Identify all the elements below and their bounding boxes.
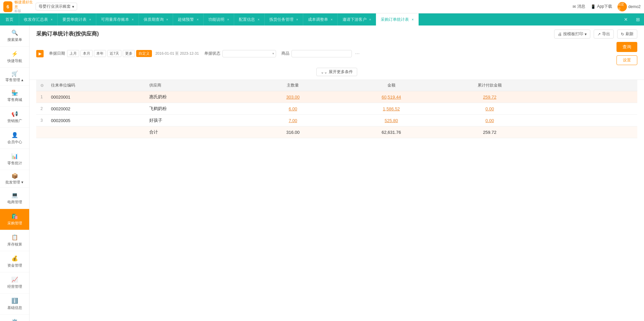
row-qty[interactable]: 6.00	[244, 103, 342, 115]
close-tab-cost-adjust[interactable]: ×	[331, 18, 333, 21]
sidebar-item-purchase[interactable]: 🛍️ 采购管理	[0, 209, 29, 230]
close-tab-requisition[interactable]: ×	[89, 18, 91, 21]
footer-extra	[539, 126, 637, 138]
tab-overstock[interactable]: 超储预警 ×	[173, 13, 204, 25]
row-supplier: 惠氏奶粉	[145, 91, 244, 103]
sidebar-item-finance[interactable]: 💰 资金管理	[0, 251, 29, 272]
nav-tab-end: ✕ ⊞	[620, 13, 644, 25]
col-header-supplier: 供应商	[145, 80, 244, 91]
date-btn-custom[interactable]: 自定义	[136, 50, 152, 57]
goods-more-btn[interactable]: ···	[354, 51, 361, 57]
footer-summary-label: 合计	[145, 126, 244, 138]
close-tab-pick-task[interactable]: ×	[296, 18, 298, 21]
export-button[interactable]: ↗ 导出	[594, 30, 614, 39]
tab-purchase-summary[interactable]: 采购订单统计表 ×	[376, 13, 419, 25]
ops-icon: 📈	[11, 276, 18, 283]
row-paid[interactable]: 0.00	[440, 103, 539, 115]
sidebar-item-inventory[interactable]: 📋 库存核算	[0, 230, 29, 251]
filter-toggle-btn[interactable]: ▶	[36, 50, 44, 57]
tab-requisition[interactable]: 要货单统计表 ×	[58, 13, 96, 25]
tab-cost-adjust[interactable]: 成本调整单 ×	[303, 13, 338, 25]
date-filter-item: 单据日期 上月 本月 本年 近7天 更多 自定义 2016-01-01 至 20…	[49, 50, 199, 57]
close-tab-func-desc[interactable]: ×	[227, 18, 229, 21]
row-amount[interactable]: 60,519.44	[342, 91, 440, 103]
row-qty[interactable]: 303.00	[244, 91, 342, 103]
sidebar-item-member[interactable]: 👤 会员中心	[0, 128, 29, 149]
sidebar-item-quick-nav[interactable]: ⚡ 快捷导航	[0, 47, 29, 68]
page-header-actions: 🖨 按模板打印 ▾ ↗ 导出 ↻ 刷新	[554, 30, 637, 39]
tab-config[interactable]: 配置信息 ×	[234, 13, 265, 25]
retail-stat-icon: 📊	[11, 153, 18, 159]
close-tab-purchase-summary[interactable]: ×	[412, 18, 414, 21]
tab-expire-check[interactable]: 保质期查询 ×	[139, 13, 173, 25]
date-btn-more[interactable]: 更多	[123, 50, 135, 57]
date-btn-7days[interactable]: 近7天	[107, 50, 121, 57]
sidebar-item-retail-stat[interactable]: 📊 零售统计	[0, 149, 29, 170]
print-chevron-icon: ▾	[585, 32, 587, 37]
status-select-wrap	[222, 50, 276, 57]
close-all-tabs-button[interactable]: ✕	[620, 13, 632, 25]
tab-func-desc[interactable]: 功能说明 ×	[204, 13, 234, 25]
status-select[interactable]	[222, 50, 276, 57]
sidebar-item-wholesale[interactable]: 📦 批发管理 ▼	[0, 170, 29, 188]
date-btn-this-year[interactable]: 本年	[94, 50, 106, 57]
settings-button[interactable]: 设置	[616, 55, 637, 65]
row-unit-code: 00020001	[47, 91, 145, 103]
close-tab-invite-downstream[interactable]: ×	[369, 18, 371, 21]
date-btn-this-month[interactable]: 本月	[80, 50, 93, 57]
sidebar-item-system[interactable]: ⚙️ 系统管理	[0, 315, 29, 321]
expand-more-btn[interactable]: ⌄⌄ 展开更多条件	[316, 68, 357, 76]
close-tab-overstock[interactable]: ×	[197, 18, 199, 21]
goods-input[interactable]	[291, 50, 352, 57]
sidebar-item-retail[interactable]: 🛒 零售管理 ▲	[0, 68, 29, 86]
close-tab-sfsummary[interactable]: ×	[51, 18, 53, 21]
user-action[interactable]: 自定义 demo2	[618, 2, 641, 11]
row-qty[interactable]: 7.00	[244, 115, 342, 126]
close-tab-config[interactable]: ×	[258, 18, 260, 21]
message-action[interactable]: ✉ 消息	[573, 4, 585, 9]
sidebar-item-retail-store[interactable]: 🏪 零售商城	[0, 86, 29, 107]
col-header-amount: 金额	[342, 80, 440, 91]
sidebar-item-basic-info[interactable]: ℹ️ 基础信息	[0, 293, 29, 315]
tab-available-stock[interactable]: 可用量库存账本 ×	[96, 13, 139, 25]
app-download-action[interactable]: 📱 App下载	[591, 4, 612, 9]
inventory-icon: 📋	[11, 234, 18, 240]
refresh-icon: ↻	[621, 32, 624, 37]
row-amount[interactable]: 525.80	[342, 115, 440, 126]
footer-paid: 259.72	[440, 126, 539, 138]
workspace-selector[interactable]: 母婴行业演示账套 ▾	[36, 3, 77, 10]
print-button[interactable]: 🖨 按模板打印 ▾	[554, 30, 590, 39]
row-amount[interactable]: 1,586.52	[342, 103, 440, 115]
tab-sfsummary[interactable]: 收发存汇总表 ×	[19, 13, 58, 25]
expand-tabs-button[interactable]: ⊞	[632, 13, 644, 25]
tab-home[interactable]: 首页	[0, 13, 19, 25]
wholesale-icon: 📦	[11, 173, 18, 179]
footer-label	[47, 126, 145, 138]
refresh-button[interactable]: ↻ 刷新	[617, 30, 637, 39]
page-header: 采购订单统计表(按供应商) 🖨 按模板打印 ▾ ↗ 导出 ↻ 刷新	[30, 25, 644, 39]
date-range-display: 2016-01-01 至 2023-12-31	[155, 51, 199, 56]
close-tab-available-stock[interactable]: ×	[132, 18, 134, 21]
sidebar-item-ops[interactable]: 📈 经营管理	[0, 272, 29, 293]
row-extra	[539, 91, 637, 103]
tab-pick-task[interactable]: 拣货任务管理 ×	[265, 13, 303, 25]
logo-text: 畅捷通好生意 标版	[14, 0, 33, 13]
sidebar-item-search[interactable]: 🔍 搜索菜单	[0, 25, 29, 47]
sidebar-item-ecommerce[interactable]: 💻 电商管理	[0, 188, 29, 209]
query-button[interactable]: 查询	[616, 42, 637, 52]
close-tab-expire-check[interactable]: ×	[166, 18, 168, 21]
row-paid[interactable]: 259.72	[440, 91, 539, 103]
row-paid[interactable]: 0.00	[440, 115, 539, 126]
date-btn-last-month[interactable]: 上月	[67, 50, 79, 57]
sidebar-item-marketing[interactable]: 📢 营销推广	[0, 107, 29, 128]
column-settings-icon[interactable]: ⚙	[40, 83, 44, 88]
col-header-extra	[539, 80, 637, 91]
table-footer-row: 合计 316.00 62,631.76 259.72	[36, 126, 637, 138]
logo-area: 6 畅捷通好生意 标版	[3, 0, 33, 13]
date-quick-btns: 上月 本月 本年 近7天 更多 自定义	[67, 50, 152, 57]
row-supplier: 飞鹤奶粉	[145, 103, 244, 115]
export-icon: ↗	[597, 32, 601, 37]
tab-invite-downstream[interactable]: 邀请下游客户 ×	[338, 13, 376, 25]
content-area: 采购订单统计表(按供应商) 🖨 按模板打印 ▾ ↗ 导出 ↻ 刷新	[30, 25, 644, 321]
status-filter-item: 单据状态	[204, 50, 276, 57]
